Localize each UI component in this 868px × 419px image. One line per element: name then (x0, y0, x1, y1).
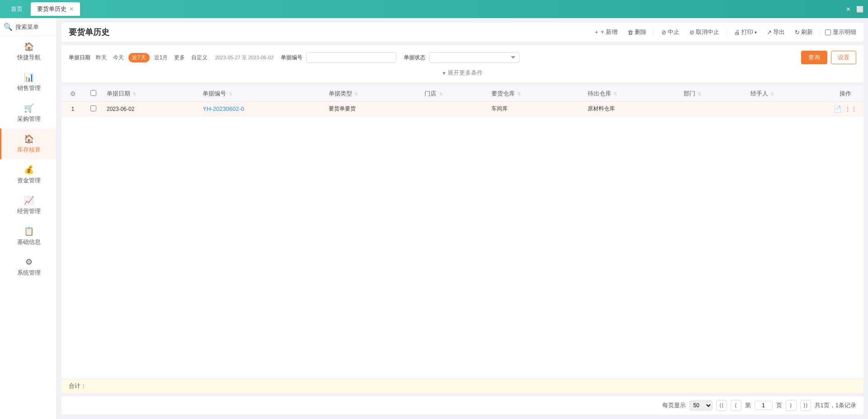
row-checkbox[interactable] (90, 105, 96, 111)
sidebar-item-purchase[interactable]: 🛒 采购管理 (0, 98, 57, 129)
sort-icon-5: ⇅ (517, 91, 521, 96)
sidebar-item-basic-info[interactable]: 📋 基础信息 (0, 221, 57, 252)
expand-more-label: 展开更多条件 (448, 69, 483, 77)
col-handler-label: 经手人 (750, 90, 768, 97)
col-pending-warehouse-label: 待出仓库 (588, 90, 611, 97)
show-detail-checkbox[interactable]: 显示明细 (825, 28, 856, 36)
print-button[interactable]: 🖨 打印 ▾ (731, 26, 760, 38)
tab-requisition-history[interactable]: 要货单历史 ✕ (31, 2, 80, 16)
date-option-yesterday[interactable]: 昨天 (94, 53, 108, 62)
col-header-pending-warehouse[interactable]: 待出仓库 ⇅ (583, 86, 679, 102)
col-header-doc-no[interactable]: 单据编号 ⇅ (198, 86, 324, 102)
filter-group-date: 单据日期 昨天 今天 近7天 近1月 更多 自定义 2023-05-27 至 2… (69, 53, 274, 62)
sidebar-item-system-label: 系统管理 (17, 269, 41, 277)
row-more-icon[interactable]: ⋮⋮ (844, 105, 857, 113)
summary-label: 合计： (69, 382, 86, 390)
cell-doc-no[interactable]: YH-20230602-0 (198, 102, 324, 116)
filter-area: 单据日期 昨天 今天 近7天 近1月 更多 自定义 2023-05-27 至 2… (61, 45, 863, 82)
last-page-button[interactable]: ⟩⟩ (800, 400, 811, 411)
table-area: ⚙ 单据日期 ⇅ 单据编号 ⇅ (61, 86, 863, 393)
cell-number: 1 (61, 102, 84, 116)
col-header-store[interactable]: 门店 ⇅ (420, 86, 487, 102)
sidebar-item-finance-label: 资金管理 (17, 176, 41, 185)
col-req-warehouse-label: 要货仓库 (491, 90, 515, 97)
date-option-7days[interactable]: 近7天 (128, 53, 150, 62)
chevron-down-icon: ▾ (443, 70, 446, 76)
page-title: 要货单历史 (69, 27, 109, 38)
sidebar-item-sales-label: 销售管理 (17, 84, 41, 92)
col-header-setting[interactable]: ⚙ (61, 86, 84, 102)
system-icon: ⚙ (25, 257, 33, 267)
date-option-today[interactable]: 今天 (111, 53, 126, 62)
col-doc-date-label: 单据日期 (107, 90, 130, 97)
next-page-button[interactable]: ⟩ (786, 400, 797, 411)
col-header-req-warehouse[interactable]: 要货仓库 ⇅ (487, 86, 583, 102)
show-detail-input[interactable] (825, 29, 831, 35)
table-wrap: ⚙ 单据日期 ⇅ 单据编号 ⇅ (61, 86, 863, 379)
basic-info-icon: 📋 (24, 226, 34, 236)
gear-icon[interactable]: ⚙ (70, 90, 76, 97)
settings-button[interactable]: 设置 (831, 51, 856, 64)
page-input[interactable] (755, 401, 773, 410)
filter-doc-no-input[interactable] (306, 52, 396, 63)
sidebar-item-inventory[interactable]: 🏠 库存核算 (0, 129, 57, 159)
sort-icon-3: ⇅ (354, 91, 358, 96)
filter-group-doc-status: 单据状态 (404, 52, 519, 63)
refresh-button[interactable]: ↻ 刷新 (792, 26, 816, 38)
sidebar-item-operations[interactable]: 📈 经营管理 (0, 190, 57, 221)
stop-button[interactable]: ⊘ 中止 (659, 26, 682, 38)
cancel-stop-button[interactable]: ⊘ 取消中止 (687, 26, 722, 38)
col-header-department[interactable]: 部门 ⇅ (679, 86, 746, 102)
sidebar-item-system[interactable]: ⚙ 系统管理 (0, 252, 57, 282)
cell-checkbox[interactable] (84, 102, 102, 116)
filter-doc-status-select[interactable] (429, 52, 519, 63)
prev-page-button[interactable]: ⟨ (731, 400, 741, 411)
sort-icon-7: ⇅ (698, 91, 701, 96)
print-chevron-icon: ▾ (755, 30, 757, 35)
sidebar-search[interactable]: 🔍 搜索菜单 (0, 18, 57, 36)
toolbar-divider-1 (654, 29, 654, 36)
col-header-checkbox[interactable] (84, 86, 102, 102)
sidebar-item-finance[interactable]: 💰 资金管理 (0, 159, 57, 190)
delete-button[interactable]: 🗑 删除 (625, 26, 649, 38)
col-header-doc-date[interactable]: 单据日期 ⇅ (102, 86, 198, 102)
first-page-button[interactable]: ⟨⟨ (716, 400, 727, 411)
total-info: 共1页，1条记录 (815, 401, 856, 409)
export-label: 导出 (773, 28, 785, 36)
footer-bar: 每页显示 50 10 20 100 ⟨⟨ ⟨ 第 页 ⟩ ⟩⟩ 共1页，1条记录 (61, 396, 863, 414)
doc-no-link[interactable]: YH-20230602-0 (203, 105, 244, 112)
page-header: 要货单历史 ＋ + 新增 🗑 删除 ⊘ 中止 ⊘ 取消中止 (61, 23, 863, 42)
filter-date-range: 2023-05-27 至 2023-06-02 (215, 54, 274, 61)
query-button[interactable]: 查询 (801, 51, 827, 64)
window-close-icon[interactable]: ✕ (846, 6, 851, 13)
col-header-doc-type[interactable]: 单据类型 ⇅ (324, 86, 420, 102)
tab-home[interactable]: 首页 (5, 2, 29, 16)
date-option-more[interactable]: 更多 (172, 53, 187, 62)
per-page-select[interactable]: 50 10 20 100 (689, 400, 712, 410)
window-resize-icon[interactable]: ⬜ (856, 6, 863, 13)
top-bar-right: ✕ ⬜ (846, 6, 863, 13)
date-option-1month[interactable]: 近1月 (152, 53, 170, 62)
date-option-custom[interactable]: 自定义 (189, 53, 209, 62)
row-edit-icon[interactable]: 📄 (834, 105, 841, 113)
content-area: 要货单历史 ＋ + 新增 🗑 删除 ⊘ 中止 ⊘ 取消中止 (57, 18, 868, 419)
data-table: ⚙ 单据日期 ⇅ 单据编号 ⇅ (61, 86, 863, 116)
col-action-label: 操作 (840, 90, 851, 97)
sidebar-item-quick-nav[interactable]: 🏠 快捷导航 (0, 36, 57, 67)
col-header-action: 操作 (827, 86, 863, 102)
filter-group-doc-no: 单据编号 (281, 52, 396, 63)
tab-close-icon[interactable]: ✕ (69, 6, 74, 12)
stop-icon: ⊘ (661, 29, 666, 36)
sidebar-item-sales[interactable]: 📊 销售管理 (0, 67, 57, 98)
col-header-handler[interactable]: 经手人 ⇅ (746, 86, 827, 102)
expand-more-button[interactable]: ▾ 展开更多条件 (443, 69, 483, 77)
sort-icon-4: ⇅ (439, 91, 443, 96)
select-all-checkbox[interactable] (90, 90, 96, 96)
toolbar-divider-2 (726, 29, 727, 36)
new-icon: ＋ (594, 28, 599, 36)
sidebar-item-quick-nav-label: 快捷导航 (17, 53, 41, 62)
cell-action: 📄 ⋮⋮ (827, 102, 863, 116)
export-button[interactable]: ↗ 导出 (764, 26, 788, 38)
new-button[interactable]: ＋ + 新增 (591, 26, 620, 38)
cell-doc-type: 要货单要货 (324, 102, 420, 116)
